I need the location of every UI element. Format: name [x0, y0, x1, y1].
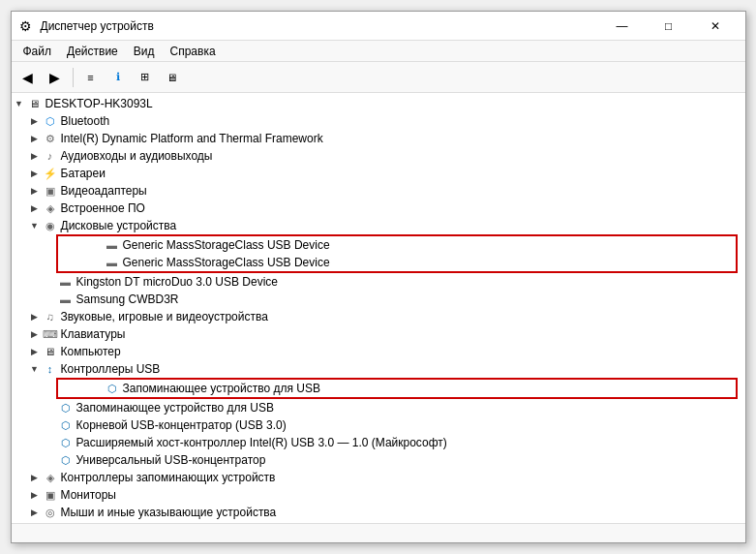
menu-file[interactable]: Файл	[15, 43, 60, 60]
expand-icon-mice[interactable]: ▶	[27, 505, 43, 520]
expand-icon-usb-ctrl[interactable]: ▼	[27, 361, 43, 377]
menu-view[interactable]: Вид	[126, 43, 163, 60]
tree-item-disk[interactable]: ▼ ◉ Дисковые устройства	[12, 217, 745, 234]
tree-item-usb4[interactable]: ▶ ⬡ Расширяемый хост-контроллер Intel(R)…	[12, 434, 745, 451]
expand-icon-computer[interactable]: ▶	[27, 344, 43, 359]
keyboard-icon: ⌨	[43, 326, 58, 342]
tree-item-video[interactable]: ▶ ▣ Видеоадаптеры	[12, 182, 745, 200]
tree-item-desktop[interactable]: ▼ 🖥 DESKTOP-HK3093L	[12, 95, 745, 112]
tree-item-usb-ctrl[interactable]: ▼ ↕ Контроллеры USB	[12, 360, 745, 378]
toolbar: ◀ ▶ ≡ ℹ ⊞ 🖥	[12, 62, 745, 93]
expand-icon-desktop[interactable]: ▼	[12, 96, 27, 111]
tree-item-usb5[interactable]: ▶ ⬡ Универсальный USB-концентратор	[12, 451, 745, 469]
title-controls: — □ ✕	[600, 12, 738, 41]
disk-icon: ◉	[43, 218, 58, 233]
window-title: Диспетчер устройств	[41, 19, 154, 33]
computer-node-label: Компьютер	[61, 343, 121, 360]
usb4-label: Расширяемый хост-контроллер Intel(R) USB…	[76, 434, 447, 451]
close-button[interactable]: ✕	[693, 12, 738, 41]
video-icon: ▣	[43, 183, 58, 199]
desktop-label: DESKTOP-HK3093L	[45, 95, 153, 112]
forward-button[interactable]: ▶	[43, 66, 68, 89]
usb1-label: Запоминающее устройство для USB	[123, 380, 320, 397]
expand-icon-keyboard[interactable]: ▶	[27, 326, 43, 342]
tree-item-usb1[interactable]: ▶ ⬡ Запоминающее устройство для USB	[58, 380, 736, 397]
disk3-label: Kingston DT microDuo 3.0 USB Device	[76, 273, 279, 291]
toolbar-separator-1	[73, 68, 74, 87]
tree-item-disk4[interactable]: ▶ ▬ Samsung CWBD3R	[12, 291, 745, 308]
battery-label: Батареи	[61, 165, 106, 182]
usb5-icon: ⬡	[58, 452, 74, 468]
expand-icon-mem-ctrl[interactable]: ▶	[27, 470, 43, 485]
red-outline-disk-group: ▶ ▬ Generic MassStorageClass USB Device …	[56, 234, 738, 273]
tree-item-monitors[interactable]: ▶ ▣ Мониторы	[12, 486, 745, 504]
usb1-icon: ⬡	[105, 381, 120, 396]
tree-item-computer[interactable]: ▶ 🖥 Компьютер	[12, 343, 745, 360]
tree-item-intel[interactable]: ▶ ⚙ Intel(R) Dynamic Platform and Therma…	[12, 130, 745, 147]
usb-ctrl-label: Контроллеры USB	[61, 360, 161, 378]
back-button[interactable]: ◀	[15, 66, 41, 89]
expand-icon-sound[interactable]: ▶	[27, 309, 43, 324]
computer-icon: 🖥	[27, 96, 43, 111]
disk2-label: Generic MassStorageClass USB Device	[123, 254, 330, 271]
info-button[interactable]: ℹ	[106, 66, 131, 89]
mem-ctrl-icon: ◈	[43, 470, 58, 485]
tree-item-disk3[interactable]: ▶ ▬ Kingston DT microDuo 3.0 USB Device	[12, 273, 745, 291]
mem-ctrl-label: Контроллеры запоминающих устройств	[61, 469, 276, 486]
disk1-icon: ▬	[105, 237, 120, 253]
scan-button[interactable]: ⊞	[133, 66, 158, 89]
intel-label: Intel(R) Dynamic Platform and Thermal Fr…	[61, 130, 323, 147]
disk-label: Дисковые устройства	[61, 217, 177, 234]
expand-icon-battery[interactable]: ▶	[27, 166, 43, 181]
menu-bar: Файл Действие Вид Справка	[12, 41, 745, 62]
usb-ctrl-icon: ↕	[43, 361, 58, 377]
pc-icon: 🖥	[43, 344, 58, 359]
tree-item-sound[interactable]: ▶ ♫ Звуковые, игровые и видеоустройства	[12, 308, 745, 325]
tree-item-bluetooth[interactable]: ▶ ⬡ Bluetooth	[12, 112, 745, 130]
keyboard-label: Клавиатуры	[61, 325, 126, 343]
firmware-icon: ◈	[43, 200, 58, 216]
tree-item-audio[interactable]: ▶ ♪ Аудиовходы и аудиовыходы	[12, 147, 745, 165]
expand-icon-video[interactable]: ▶	[27, 183, 43, 199]
expand-icon-intel[interactable]: ▶	[27, 131, 43, 146]
tree-item-mice[interactable]: ▶ ◎ Мыши и иные указывающие устройства	[12, 504, 745, 521]
tree-item-keyboard[interactable]: ▶ ⌨ Клавиатуры	[12, 325, 745, 343]
disk1-label: Generic MassStorageClass USB Device	[123, 236, 330, 254]
expand-icon-firmware[interactable]: ▶	[27, 200, 43, 216]
monitors-label: Мониторы	[61, 486, 116, 504]
minimize-button[interactable]: —	[600, 12, 645, 41]
view-button[interactable]: 🖥	[160, 66, 185, 89]
tree-item-disk2[interactable]: ▶ ▬ Generic MassStorageClass USB Device	[58, 254, 736, 271]
usb2-label: Запоминающее устройство для USB	[76, 399, 274, 416]
intel-icon: ⚙	[43, 131, 58, 146]
bluetooth-icon: ⬡	[43, 113, 58, 129]
mice-icon: ◎	[43, 505, 58, 520]
device-tree[interactable]: ▼ 🖥 DESKTOP-HK3093L ▶ ⬡ Bluetooth ▶ ⚙ In…	[12, 93, 745, 523]
expand-icon-audio[interactable]: ▶	[27, 148, 43, 164]
title-bar-left: ⚙ Диспетчер устройств	[19, 18, 154, 34]
sound-label: Звуковые, игровые и видеоустройства	[61, 308, 268, 325]
expand-icon-disk[interactable]: ▼	[27, 218, 43, 233]
mice-label: Мыши и иные указывающие устройства	[61, 504, 277, 521]
expand-icon-bluetooth[interactable]: ▶	[27, 113, 43, 129]
usb3-icon: ⬡	[58, 417, 74, 433]
menu-action[interactable]: Действие	[59, 43, 126, 60]
disk4-label: Samsung CWBD3R	[76, 291, 179, 308]
tree-item-usb3[interactable]: ▶ ⬡ Корневой USB-концентратор (USB 3.0)	[12, 416, 745, 434]
maximize-button[interactable]: □	[647, 12, 691, 41]
monitors-icon: ▣	[43, 487, 58, 503]
tree-item-usb2[interactable]: ▶ ⬡ Запоминающее устройство для USB	[12, 399, 745, 416]
properties-button[interactable]: ≡	[78, 66, 104, 89]
usb5-label: Универсальный USB-концентратор	[76, 451, 266, 469]
content-area: ▼ 🖥 DESKTOP-HK3093L ▶ ⬡ Bluetooth ▶ ⚙ In…	[12, 93, 745, 523]
tree-item-battery[interactable]: ▶ ⚡ Батареи	[12, 165, 745, 182]
tree-item-disk1[interactable]: ▶ ▬ Generic MassStorageClass USB Device	[58, 236, 736, 254]
tree-item-mem-ctrl[interactable]: ▶ ◈ Контроллеры запоминающих устройств	[12, 469, 745, 486]
audio-label: Аудиовходы и аудиовыходы	[61, 147, 213, 165]
firmware-label: Встроенное ПО	[61, 200, 145, 217]
expand-icon-monitors[interactable]: ▶	[27, 487, 43, 503]
video-label: Видеоадаптеры	[61, 182, 147, 200]
tree-item-firmware[interactable]: ▶ ◈ Встроенное ПО	[12, 200, 745, 217]
menu-help[interactable]: Справка	[163, 43, 224, 60]
device-manager-window: ⚙ Диспетчер устройств — □ ✕ Файл Действи…	[11, 11, 746, 543]
